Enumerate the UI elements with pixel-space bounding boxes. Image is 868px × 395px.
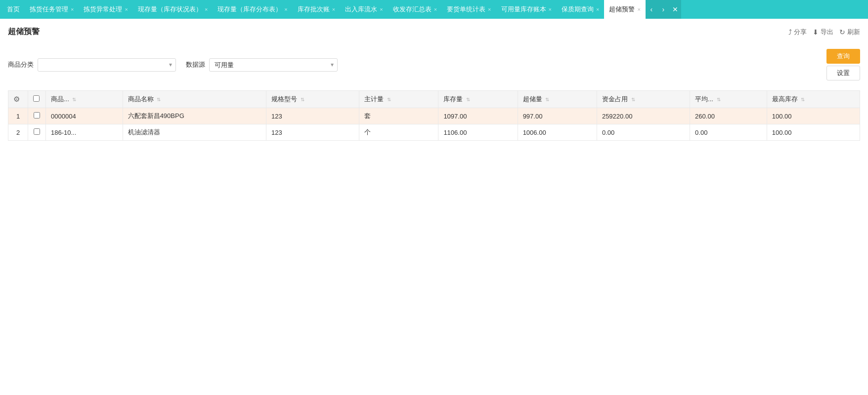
settings-button[interactable]: 设置 <box>826 66 860 80</box>
sort-icon: ⇅ <box>466 97 470 102</box>
close-icon[interactable]: × <box>637 6 640 12</box>
row-1-product-code: 0000004 <box>46 108 123 124</box>
col-product-code-header[interactable]: 商品... ⇅ <box>46 91 123 108</box>
datasource-select-wrapper: 可用量 库存量 <box>209 58 338 72</box>
nav-order-stats[interactable]: 要货单统计表 × <box>442 0 496 19</box>
row-2-product-code: 186-10... <box>46 124 123 141</box>
close-icon[interactable]: × <box>434 6 437 12</box>
nav-summary-label: 收发存汇总表 <box>393 5 432 14</box>
col-stock-label: 库存量 <box>443 95 463 103</box>
col-unit-label: 主计量 <box>364 95 384 103</box>
category-label: 商品分类 <box>8 60 34 69</box>
nav-stock-dist[interactable]: 现存量（库存分布表） × <box>213 0 292 19</box>
sort-icon: ⇅ <box>545 97 549 102</box>
row-2-unit: 个 <box>359 124 438 141</box>
settings-gear-icon[interactable]: ⚙ <box>13 95 20 103</box>
nav-stock-dist-label: 现存量（库存分布表） <box>217 5 282 14</box>
export-label: 导出 <box>821 28 833 37</box>
sort-icon: ⇅ <box>717 97 721 102</box>
col-capital-label: 资金占用 <box>602 95 628 103</box>
row-1-unit: 套 <box>359 108 438 124</box>
row-2-capital: 0.00 <box>597 124 690 141</box>
nav-overstock[interactable]: 超储预警 × <box>604 0 645 19</box>
select-all-checkbox[interactable] <box>33 95 40 102</box>
row-2-stock: 1106.00 <box>438 124 518 141</box>
table-row: 2 186-10... 机油滤清器 123 个 1106.00 1006.00 … <box>8 124 860 141</box>
row-1-capital: 259220.00 <box>597 108 690 124</box>
nav-home[interactable]: 首页 <box>2 0 25 19</box>
nav-available-stock-label: 可用量库存账本 <box>501 5 546 14</box>
filter-row: 商品分类 数据源 可用量 库存量 查询 设置 <box>8 45 860 84</box>
col-spec-label: 规格型号 <box>271 95 297 103</box>
sort-icon: ⇅ <box>157 97 161 102</box>
row-1-product-name: 六配套新昌490BPG <box>123 108 266 124</box>
nav-pick-exception[interactable]: 拣货异常处理 × <box>79 0 132 19</box>
col-overstock-header[interactable]: 超储量 ⇅ <box>518 91 597 108</box>
row-1-overstock: 997.00 <box>518 108 597 124</box>
close-icon[interactable]: × <box>205 6 208 12</box>
col-product-name-header[interactable]: 商品名称 ⇅ <box>123 91 266 108</box>
share-icon: ⤴ <box>788 28 792 36</box>
datasource-label: 数据源 <box>186 60 205 69</box>
nav-close-button[interactable]: ✕ <box>669 0 681 19</box>
nav-prev-button[interactable]: ‹ <box>646 0 657 19</box>
query-button[interactable]: 查询 <box>826 49 860 64</box>
row-2-overstock: 1006.00 <box>518 124 597 141</box>
sort-icon: ⇅ <box>631 97 635 102</box>
close-icon[interactable]: × <box>549 6 552 12</box>
col-product-name-label: 商品名称 <box>128 95 154 103</box>
share-button[interactable]: ⤴ 分享 <box>788 28 807 37</box>
col-overstock-label: 超储量 <box>523 95 542 103</box>
topbar: 首页 拣货任务管理 × 拣货异常处理 × 现存量（库存状况表） × 现存量（库存… <box>0 0 868 19</box>
header-actions: ⤴ 分享 ⬇ 导出 ↻ 刷新 <box>788 28 860 37</box>
row-1-max-stock: 100.00 <box>767 108 860 124</box>
close-icon[interactable]: × <box>125 6 128 12</box>
refresh-button[interactable]: ↻ 刷新 <box>839 28 860 37</box>
nav-stock-status-label: 现存量（库存状况表） <box>138 5 202 14</box>
data-table: ⚙ 商品... ⇅ 商品名称 ⇅ 规格型号 ⇅ 主计量 <box>8 90 860 141</box>
nav-inout-flow-label: 出入库流水 <box>345 5 377 14</box>
refresh-label: 刷新 <box>847 28 860 37</box>
filter-buttons: 查询 设置 <box>826 49 860 80</box>
row-checkbox-1 <box>28 108 46 124</box>
sort-icon: ⇅ <box>387 97 391 102</box>
col-unit-header[interactable]: 主计量 ⇅ <box>359 91 438 108</box>
nav-pick-task[interactable]: 拣货任务管理 × <box>25 0 79 19</box>
col-checkbox-header <box>28 91 46 108</box>
close-icon[interactable]: × <box>332 6 335 12</box>
close-icon[interactable]: × <box>596 6 599 12</box>
close-icon[interactable]: × <box>380 6 383 12</box>
row-2-spec: 123 <box>266 124 359 141</box>
col-spec-header[interactable]: 规格型号 ⇅ <box>266 91 359 108</box>
close-icon[interactable]: × <box>284 6 287 12</box>
nav-batch-account[interactable]: 库存批次账 × <box>293 0 340 19</box>
close-icon[interactable]: × <box>488 6 491 12</box>
nav-next-button[interactable]: › <box>657 0 669 19</box>
col-max-stock-label: 最高库存 <box>772 95 798 103</box>
col-max-stock-header[interactable]: 最高库存 ⇅ <box>767 91 860 108</box>
filter-category: 商品分类 <box>8 58 176 72</box>
page-header: 超储预警 ⤴ 分享 ⬇ 导出 ↻ 刷新 <box>8 27 860 37</box>
col-capital-header[interactable]: 资金占用 ⇅ <box>597 91 690 108</box>
nav-summary[interactable]: 收发存汇总表 × <box>388 0 442 19</box>
col-stock-header[interactable]: 库存量 ⇅ <box>438 91 518 108</box>
export-icon: ⬇ <box>813 28 819 36</box>
nav-stock-status[interactable]: 现存量（库存状况表） × <box>133 0 213 19</box>
datasource-select[interactable]: 可用量 库存量 <box>209 58 338 72</box>
share-label: 分享 <box>794 28 807 37</box>
col-avg-label: 平均... <box>695 95 713 103</box>
export-button[interactable]: ⬇ 导出 <box>813 28 833 37</box>
close-icon[interactable]: × <box>71 6 74 12</box>
category-select[interactable] <box>38 58 176 72</box>
row-2-max-stock: 100.00 <box>767 124 860 141</box>
row-1-checkbox[interactable] <box>34 112 40 118</box>
nav-expiry[interactable]: 保质期查询 × <box>557 0 604 19</box>
nav-pick-exception-label: 拣货异常处理 <box>84 5 122 14</box>
row-2-checkbox[interactable] <box>34 128 40 135</box>
nav-pick-task-label: 拣货任务管理 <box>30 5 68 14</box>
nav-inout-flow[interactable]: 出入库流水 × <box>340 0 388 19</box>
col-avg-header[interactable]: 平均... ⇅ <box>690 91 767 108</box>
nav-available-stock[interactable]: 可用量库存账本 × <box>496 0 557 19</box>
main-content: 超储预警 ⤴ 分享 ⬇ 导出 ↻ 刷新 商品分类 <box>0 19 868 395</box>
nav-expiry-label: 保质期查询 <box>562 5 594 14</box>
